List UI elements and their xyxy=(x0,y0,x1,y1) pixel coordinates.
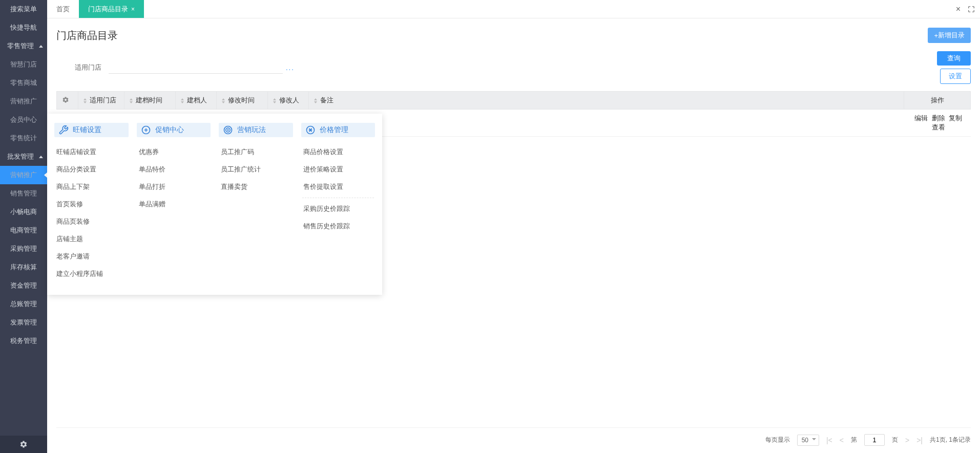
sidebar-item-sales[interactable]: 销售管理 xyxy=(0,184,47,203)
store-filter-input[interactable] xyxy=(109,61,283,74)
edit-link[interactable]: 编辑 xyxy=(914,114,928,122)
divider xyxy=(302,198,374,198)
column-create-by[interactable]: 建档人 xyxy=(176,92,217,110)
flyout-col-promo: 促销中心 优惠券 单品特价 单品打折 单品满赠 xyxy=(137,123,211,283)
per-page-select[interactable]: 50 xyxy=(797,435,819,446)
flyout-header-promo: 促销中心 xyxy=(137,123,211,137)
column-gear[interactable] xyxy=(57,92,78,110)
price-icon xyxy=(305,125,316,135)
filter-label: 适用门店 xyxy=(75,63,101,72)
column-actions: 操作 xyxy=(904,92,971,110)
sidebar-item-inventory[interactable]: 库存核算 xyxy=(0,258,47,276)
sidebar: 搜索菜单 快捷导航 零售管理 智慧门店 零售商城 营销推广 会员中心 零售统计 … xyxy=(0,0,47,453)
flyout-item[interactable]: 直播卖货 xyxy=(219,178,293,196)
sidebar-item-search[interactable]: 搜索菜单 xyxy=(0,0,47,18)
flyout-col-shop-settings: 旺铺设置 旺铺店铺设置 商品分类设置 商品上下架 首页装修 商品页装修 店铺主题… xyxy=(54,123,129,283)
flyout-item[interactable]: 店铺主题 xyxy=(54,230,129,248)
new-catalog-button[interactable]: + 新增目录 xyxy=(928,28,971,43)
flyout-item[interactable]: 员工推广统计 xyxy=(219,161,293,178)
sidebar-item-smart-store[interactable]: 智慧门店 xyxy=(0,55,47,74)
flyout-item[interactable]: 优惠券 xyxy=(137,143,211,161)
query-button[interactable]: 查询 xyxy=(937,51,971,66)
chevron-up-icon xyxy=(39,156,43,158)
flyout-item[interactable]: 单品满赠 xyxy=(137,196,211,213)
gear-icon xyxy=(19,440,28,448)
tabs-bar: 首页 门店商品目录 × × xyxy=(47,0,980,18)
sidebar-item-ecommerce2[interactable]: 电商管理 xyxy=(0,221,47,240)
tab-home[interactable]: 首页 xyxy=(47,0,79,18)
more-dots-icon[interactable]: ... xyxy=(286,64,295,72)
sidebar-item-ledger[interactable]: 总账管理 xyxy=(0,295,47,313)
sidebar-item-ecommerce1[interactable]: 小畅电商 xyxy=(0,203,47,221)
view-link[interactable]: 查看 xyxy=(932,123,945,131)
sidebar-item-marketing2[interactable]: 营销推广 xyxy=(0,166,47,184)
flyout-col-marketing: 营销玩法 员工推广码 员工推广统计 直播卖货 xyxy=(219,123,293,283)
flyout-col-price: 价格管理 商品价格设置 进价策略设置 售价提取设置 采购历史价跟踪 销售历史价跟… xyxy=(301,123,376,283)
fullscreen-icon[interactable] xyxy=(968,6,975,13)
chevron-up-icon xyxy=(39,45,43,48)
close-all-icon[interactable]: × xyxy=(956,5,961,14)
flyout-item[interactable]: 员工推广码 xyxy=(219,143,293,161)
column-modify-time[interactable]: 修改时间 xyxy=(217,92,268,110)
column-store[interactable]: 适用门店 xyxy=(78,92,124,110)
wrench-icon xyxy=(58,125,69,135)
flyout-item[interactable]: 老客户邀请 xyxy=(54,248,129,265)
flyout-item[interactable]: 首页装修 xyxy=(54,196,129,213)
column-modify-by[interactable]: 修改人 xyxy=(268,92,309,110)
sidebar-item-invoice[interactable]: 发票管理 xyxy=(0,313,47,332)
page-suffix: 页 xyxy=(892,436,898,444)
flyout-item[interactable]: 商品页装修 xyxy=(54,213,129,230)
next-page-button[interactable]: > xyxy=(905,436,909,444)
settings-button[interactable]: 设置 xyxy=(940,69,971,84)
copy-link[interactable]: 复制 xyxy=(949,114,962,122)
flyout-item[interactable]: 商品价格设置 xyxy=(301,143,376,161)
page-title: 门店商品目录 xyxy=(56,29,118,42)
flyout-menu: 旺铺设置 旺铺店铺设置 商品分类设置 商品上下架 首页装修 商品页装修 店铺主题… xyxy=(47,114,382,295)
column-create-time[interactable]: 建档时间 xyxy=(124,92,176,110)
sidebar-item-marketing1[interactable]: 营销推广 xyxy=(0,92,47,111)
cell-remark xyxy=(309,110,904,137)
tab-store-catalog[interactable]: 门店商品目录 × xyxy=(79,0,144,18)
per-page-label: 每页显示 xyxy=(765,436,790,444)
page-header: 门店商品目录 + 新增目录 xyxy=(47,18,980,48)
sidebar-item-retail-stats[interactable]: 零售统计 xyxy=(0,129,47,147)
filter-row: 适用门店 ... 查询 设置 xyxy=(47,48,980,91)
gear-icon xyxy=(62,96,69,103)
sidebar-item-member[interactable]: 会员中心 xyxy=(0,111,47,129)
flyout-item[interactable]: 旺铺店铺设置 xyxy=(54,143,129,161)
flyout-item[interactable]: 建立小程序店铺 xyxy=(54,265,129,283)
sidebar-item-retail[interactable]: 零售管理 xyxy=(0,37,47,55)
flyout-item[interactable]: 销售历史价跟踪 xyxy=(301,218,376,235)
flyout-item[interactable]: 商品上下架 xyxy=(54,178,129,196)
sidebar-item-tax[interactable]: 税务管理 xyxy=(0,332,47,350)
flyout-item[interactable]: 进价策略设置 xyxy=(301,161,376,178)
column-remark[interactable]: 备注 xyxy=(309,92,904,110)
flyout-header-shop: 旺铺设置 xyxy=(54,123,129,137)
flyout-item[interactable]: 单品特价 xyxy=(137,161,211,178)
flyout-header-marketing: 营销玩法 xyxy=(219,123,293,137)
prev-page-button[interactable]: < xyxy=(840,436,844,444)
total-label: 共1页, 1条记录 xyxy=(930,436,971,444)
sidebar-item-retail-mall[interactable]: 零售商城 xyxy=(0,74,47,92)
delete-link[interactable]: 删除 xyxy=(932,114,945,122)
sidebar-item-wholesale[interactable]: 批发管理 xyxy=(0,147,47,166)
sidebar-item-quicknav[interactable]: 快捷导航 xyxy=(0,18,47,37)
close-icon[interactable]: × xyxy=(131,6,135,13)
cell-actions: 编辑 删除 复制 查看 xyxy=(904,110,971,137)
target-icon xyxy=(223,125,233,135)
promo-icon xyxy=(141,125,151,135)
pagination: 每页显示 50 |< < 第 页 > >| 共1页, 1条记录 xyxy=(56,427,971,446)
page-input[interactable] xyxy=(864,434,885,446)
page-prefix: 第 xyxy=(851,436,857,444)
first-page-button[interactable]: |< xyxy=(826,436,832,444)
flyout-item[interactable]: 采购历史价跟踪 xyxy=(301,200,376,218)
chevron-down-icon xyxy=(812,438,816,440)
sidebar-settings[interactable] xyxy=(0,436,47,453)
flyout-header-price: 价格管理 xyxy=(301,123,376,137)
sidebar-item-funds[interactable]: 资金管理 xyxy=(0,276,47,295)
flyout-item[interactable]: 单品打折 xyxy=(137,178,211,196)
last-page-button[interactable]: >| xyxy=(916,436,923,444)
flyout-item[interactable]: 商品分类设置 xyxy=(54,161,129,178)
flyout-item[interactable]: 售价提取设置 xyxy=(301,178,376,196)
sidebar-item-purchase[interactable]: 采购管理 xyxy=(0,240,47,258)
